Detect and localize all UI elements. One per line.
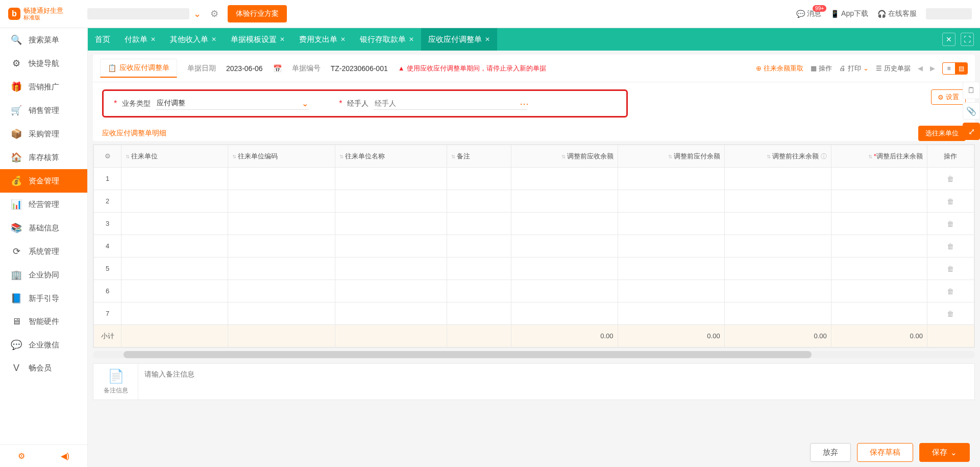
warning-message: ▲ 使用应收应付调整单期间，请停止录入新的单据 [398, 64, 546, 73]
sidebar-item-9[interactable]: ⟳系统管理 [0, 240, 87, 263]
table-row[interactable]: 1🗑 [94, 168, 974, 190]
prev-icon[interactable]: ◀ [918, 64, 923, 72]
operate-button[interactable]: ▦ 操作 [811, 64, 832, 73]
sidebar-item-2[interactable]: 🎁营销推广 [0, 75, 87, 99]
delete-icon[interactable]: 🗑 [947, 265, 954, 273]
biz-type-select[interactable] [156, 97, 309, 110]
calendar-icon[interactable]: 📅 [273, 64, 282, 73]
document-icon: 📋 [108, 64, 116, 72]
table-row[interactable]: 2🗑 [94, 190, 974, 213]
close-icon[interactable]: ✕ [340, 36, 346, 43]
sidebar-item-5[interactable]: 🏠库存核算 [0, 146, 87, 169]
sidebar-icon: 💬 [11, 339, 21, 351]
messages-link[interactable]: 💬 消息 99+ [796, 9, 821, 18]
sidebar-item-12[interactable]: 🖥智能硬件 [0, 310, 87, 333]
delete-icon[interactable]: 🗑 [947, 310, 954, 318]
warning-icon: ▲ [398, 64, 405, 72]
col-pre-pay[interactable]: ⇅调整前应付余额 [618, 145, 724, 168]
table-row[interactable]: 4🗑 [94, 235, 974, 258]
app-download-link[interactable]: 📱 App下载 [830, 9, 868, 18]
sidebar-item-11[interactable]: 📘新手引导 [0, 287, 87, 310]
company-selector[interactable]: ⌄ [87, 8, 201, 19]
user-avatar[interactable] [926, 8, 972, 19]
company-name-placeholder [87, 8, 189, 19]
save-button-label: 保存 [932, 448, 947, 457]
tab-2[interactable]: 其他收入单✕ [163, 28, 224, 51]
settings-button[interactable]: ⚙ 设置 [931, 89, 966, 105]
tab-3[interactable]: 单据模板设置✕ [224, 28, 292, 51]
close-icon[interactable]: ✕ [485, 36, 490, 43]
tab-4[interactable]: 费用支出单✕ [292, 28, 353, 51]
sidebar-item-10[interactable]: 🏢企业协同 [0, 263, 87, 287]
table-row[interactable]: 3🗑 [94, 213, 974, 235]
handler-input[interactable] [374, 97, 527, 110]
sidebar-collapse-icon[interactable]: ◀) [61, 451, 69, 461]
tab-6[interactable]: 应收应付调整单✕ [421, 28, 497, 51]
list-icon: ☰ [876, 64, 882, 72]
online-service-link[interactable]: 🎧 在线客服 [877, 9, 917, 18]
rail-expand-icon[interactable]: ⤢ [963, 123, 980, 140]
discard-button[interactable]: 放弃 [810, 443, 851, 462]
horizontal-scrollbar[interactable] [93, 351, 975, 358]
help-icon[interactable]: ⓘ [821, 153, 827, 160]
reget-balance-button[interactable]: ⊕ 往来余额重取 [756, 64, 803, 73]
tab-1[interactable]: 付款单✕ [117, 28, 163, 51]
col-name[interactable]: ⇅往来单位名称 [335, 145, 447, 168]
online-service-label: 在线客服 [888, 9, 917, 18]
remarks-input[interactable] [138, 364, 974, 400]
rail-note-icon[interactable]: 🗒 [963, 82, 980, 99]
main-area: 首页付款单✕其他收入单✕单据模板设置✕费用支出单✕银行存取款单✕应收应付调整单✕… [88, 28, 980, 467]
col-pre-recv[interactable]: ⇅调整前应收余额 [511, 145, 618, 168]
sidebar-item-7[interactable]: 📊经营管理 [0, 193, 87, 216]
rail-attachment-icon[interactable]: 📎 [963, 102, 980, 120]
tab-close-all-icon[interactable]: ✕ [942, 33, 955, 46]
layout-list-icon[interactable]: ≡ [943, 63, 955, 74]
sidebar: 🔍搜索菜单⚙快捷导航🎁营销推广🛒销售管理📦采购管理🏠库存核算💰资金管理📊经营管理… [0, 28, 88, 467]
layout-toggle[interactable]: ≡ ▤ [942, 62, 968, 75]
experience-button[interactable]: 体验行业方案 [228, 5, 287, 22]
table-config-icon[interactable]: ⚙ [94, 145, 121, 168]
delete-icon[interactable]: 🗑 [947, 242, 954, 250]
table-row[interactable]: 7🗑 [94, 302, 974, 325]
delete-icon[interactable]: 🗑 [947, 197, 954, 205]
sidebar-settings-icon[interactable]: ⚙ [18, 451, 25, 461]
more-icon[interactable]: ⋯ [520, 98, 530, 109]
col-unit[interactable]: ⇅往来单位 [121, 145, 228, 168]
close-icon[interactable]: ✕ [151, 36, 156, 43]
col-code[interactable]: ⇅往来单位编码 [228, 145, 335, 168]
sidebar-item-1[interactable]: ⚙快捷导航 [0, 52, 87, 75]
print-button[interactable]: 🖨 打印 ⌄ [839, 64, 869, 73]
history-button[interactable]: ☰ 历史单据 [876, 64, 911, 73]
close-icon[interactable]: ✕ [409, 36, 414, 43]
delete-icon[interactable]: 🗑 [947, 220, 954, 228]
col-pre-bal[interactable]: ⇅调整前往来余额 ⓘ [724, 145, 831, 168]
delete-icon[interactable]: 🗑 [947, 287, 954, 295]
sidebar-item-8[interactable]: 📚基础信息 [0, 216, 87, 240]
layout-card-icon[interactable]: ▤ [955, 63, 967, 74]
gear-icon[interactable]: ⚙ [210, 8, 218, 19]
close-icon[interactable]: ✕ [280, 36, 285, 43]
col-post-bal[interactable]: ⇅*调整后往来余额 [831, 145, 927, 168]
save-draft-button[interactable]: 保存草稿 [857, 443, 913, 462]
tab-label: 银行存取款单 [360, 35, 406, 44]
table-row[interactable]: 5🗑 [94, 258, 974, 280]
chevron-down-icon[interactable]: ⌄ [302, 99, 308, 108]
next-icon[interactable]: ▶ [930, 64, 935, 72]
sidebar-item-6[interactable]: 💰资金管理 [0, 169, 87, 193]
document-title-tab[interactable]: 📋 应收应付调整单 [100, 59, 177, 78]
table-row[interactable]: 6🗑 [94, 280, 974, 302]
save-button[interactable]: 保存 ⌄ [919, 443, 970, 462]
sidebar-item-4[interactable]: 📦采购管理 [0, 122, 87, 146]
sidebar-item-13[interactable]: 💬企业微信 [0, 333, 87, 357]
close-icon[interactable]: ✕ [211, 36, 216, 43]
sidebar-item-3[interactable]: 🛒销售管理 [0, 99, 87, 122]
tab-0[interactable]: 首页 [88, 28, 117, 51]
sidebar-item-0[interactable]: 🔍搜索菜单 [0, 28, 87, 52]
delete-icon[interactable]: 🗑 [947, 175, 954, 183]
select-unit-button[interactable]: 选往来单位 [918, 126, 966, 141]
sidebar-item-14[interactable]: V畅会员 [0, 357, 87, 380]
scrollbar-thumb[interactable] [124, 351, 812, 358]
tab-expand-icon[interactable]: ⛶ [961, 33, 974, 46]
tab-5[interactable]: 银行存取款单✕ [353, 28, 421, 51]
col-remark[interactable]: ⇅备注 [447, 145, 511, 168]
